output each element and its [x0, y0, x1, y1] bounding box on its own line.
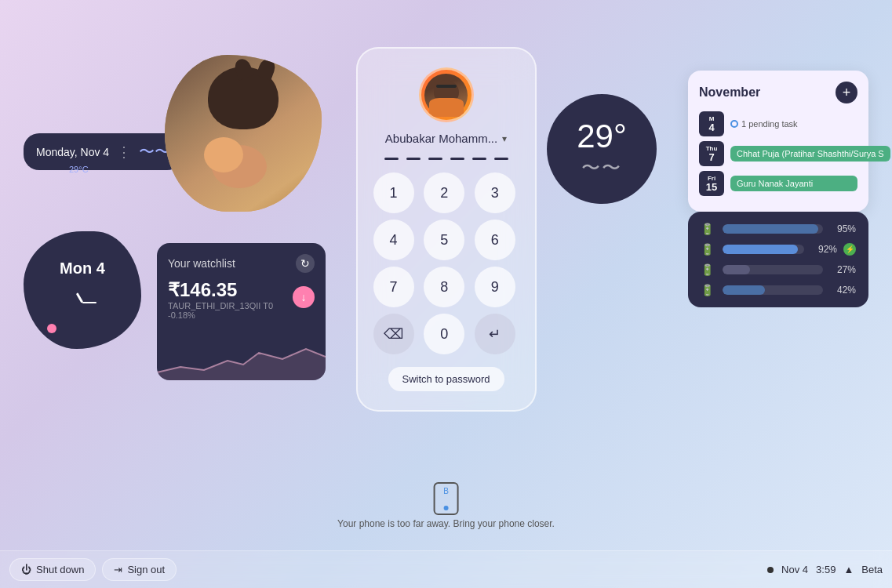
shutdown-icon: ⏻	[21, 564, 31, 575]
shutdown-button[interactable]: ⏻ Shut down	[9, 558, 96, 581]
date-weather-widget: Monday, Nov 4 ⋮ 〜〜	[24, 133, 183, 170]
taskbar-right: Nov 4 3:59 ▲ Beta	[767, 564, 883, 575]
pin-btn-special[interactable]: ⌫	[373, 314, 414, 354]
pin-btn-2[interactable]: 2	[424, 172, 464, 213]
calendar-widget: November + M 4 1 pending task Thu 7 Chha…	[688, 71, 868, 212]
dropdown-arrow-icon[interactable]: ▾	[502, 133, 507, 144]
date-label: Monday, Nov 4	[36, 146, 109, 158]
watchlist-widget: Your watchlist ↻ ₹146.35 ↓ TAUR_ETHI_DIR…	[157, 243, 326, 380]
bar-track-2	[723, 265, 823, 274]
bar-track-3	[723, 285, 823, 295]
refresh-button[interactable]: ↻	[296, 254, 315, 273]
calendar-month: November	[699, 85, 760, 100]
pin-btn-8[interactable]: 8	[424, 267, 464, 307]
watchlist-title: Your watchlist	[168, 257, 235, 270]
pin-dot-2	[406, 158, 421, 160]
taskbar-date: Nov 4	[781, 564, 808, 575]
event-name-2: Guru Nanak Jayanti	[730, 176, 857, 191]
pin-btn-9[interactable]: 9	[475, 267, 515, 307]
calendar-event-2: Fri 15 Guru Nanak Jayanti	[699, 171, 857, 196]
pin-btn-3[interactable]: 3	[475, 172, 515, 213]
temp-label: 29°C	[69, 165, 89, 174]
lock-screen-widget: Abubakar Mohamm... ▾ 1 2 3 4 5 6 7 8 9 ⌫…	[356, 47, 537, 412]
wifi-icon: ▲	[843, 564, 854, 575]
taskbar-left: ⏻ Shut down ⇥ Sign out	[9, 558, 177, 581]
pending-task-label: 1 pending task	[741, 119, 798, 129]
clock-pink-dot	[47, 324, 56, 333]
bar-row-0: 🔋 95%	[701, 223, 856, 235]
bar-fill-3	[723, 285, 765, 295]
battery-icon-3: 🔋	[701, 284, 716, 296]
pin-btn-1[interactable]: 1	[373, 172, 414, 213]
pending-dot-icon	[730, 120, 738, 128]
phone-bluetooth-icon: B	[434, 482, 459, 515]
weather-big-widget: 29° 〜〜	[547, 94, 657, 204]
user-avatar	[419, 67, 474, 122]
bar-pct-1: 92%	[810, 244, 837, 255]
bars-widget: 🔋 95% 🔋 92% ⚡ 🔋 27% 🔋 42%	[688, 212, 868, 307]
bar-track-1	[723, 245, 804, 254]
pin-btn-enter[interactable]: ↵	[475, 314, 515, 354]
clock-face	[67, 287, 98, 318]
bar-row-3: 🔋 42%	[701, 284, 856, 296]
event-details-2: Guru Nanak Jayanti	[730, 176, 857, 191]
event-date-badge-2: Fri 15	[699, 171, 724, 196]
signout-button[interactable]: ⇥ Sign out	[102, 558, 177, 581]
charge-icon: ⚡	[843, 243, 856, 256]
pin-dots	[384, 158, 508, 160]
switch-password-button[interactable]: Switch to password	[388, 367, 504, 391]
taskbar-time: 3:59	[816, 564, 836, 575]
battery-icon-0: 🔋	[701, 223, 716, 235]
bar-row-1: 🔋 92% ⚡	[701, 243, 856, 256]
signout-label: Sign out	[127, 564, 165, 575]
username-row[interactable]: Abubakar Mohamm... ▾	[385, 132, 507, 145]
phone-proximity-text: Your phone is too far away. Bring your p…	[337, 518, 555, 529]
username-label: Abubakar Mohamm...	[385, 132, 497, 145]
battery-icon-1: 🔋	[701, 243, 716, 256]
pin-dot-4	[450, 158, 464, 160]
pin-btn-7[interactable]: 7	[373, 267, 414, 307]
pin-btn-5[interactable]: 5	[424, 220, 464, 260]
calendar-event-0: M 4 1 pending task	[699, 111, 857, 136]
pin-btn-6[interactable]: 6	[475, 220, 515, 260]
weather-waves-icon: 〜〜	[581, 155, 622, 180]
event-date-badge-0: M 4	[699, 111, 724, 136]
bar-pct-2: 27%	[829, 264, 856, 275]
calendar-event-1: Thu 7 Chhat Puja (Pratihar Shashthi/Sury…	[699, 141, 857, 166]
bar-track-0	[723, 224, 823, 234]
watchlist-change: -0.18%	[168, 310, 315, 320]
event-details-1: Chhat Puja (Pratihar Shashthi/Surya S	[730, 146, 890, 162]
event-name-1: Chhat Puja (Pratihar Shashthi/Surya S	[730, 146, 890, 162]
weather-temp: 29°	[577, 118, 627, 155]
status-dot	[767, 567, 774, 573]
pin-dot-5	[472, 158, 486, 160]
taskbar-network: Beta	[861, 564, 883, 575]
bar-fill-2	[723, 265, 750, 274]
clock-widget: Mon 4	[24, 231, 141, 349]
bluetooth-symbol: B	[443, 487, 449, 495]
battery-icon-2: 🔋	[701, 263, 716, 276]
pin-dot-1	[384, 158, 399, 160]
signout-icon: ⇥	[114, 564, 122, 575]
menu-dots[interactable]: ⋮	[117, 143, 131, 161]
shutdown-label: Shut down	[36, 564, 84, 575]
clock-day: Mon 4	[60, 260, 105, 278]
pin-btn-0[interactable]: 0	[424, 314, 464, 354]
pin-grid: 1 2 3 4 5 6 7 8 9 ⌫ 0 ↵	[373, 172, 519, 354]
phone-proximity-widget: B Your phone is too far away. Bring your…	[337, 482, 555, 529]
avatar-image	[424, 74, 468, 117]
pending-task-row: 1 pending task	[730, 119, 857, 129]
bar-fill-1	[723, 245, 798, 254]
taskbar: ⏻ Shut down ⇥ Sign out Nov 4 3:59 ▲ Beta	[0, 550, 892, 588]
pin-dot-6	[494, 158, 508, 160]
watchlist-ticker: TAUR_ETHI_DIR_13QII T0	[168, 301, 315, 310]
add-event-button[interactable]: +	[836, 82, 857, 103]
pin-btn-4[interactable]: 4	[373, 220, 414, 260]
minute-hand	[82, 302, 96, 303]
pin-dot-3	[428, 158, 442, 160]
bar-fill-0	[723, 224, 818, 234]
photo-widget	[165, 55, 322, 212]
bar-pct-3: 42%	[829, 285, 856, 296]
watchlist-arrow: ↓	[293, 286, 315, 308]
bar-row-2: 🔋 27%	[701, 263, 856, 276]
